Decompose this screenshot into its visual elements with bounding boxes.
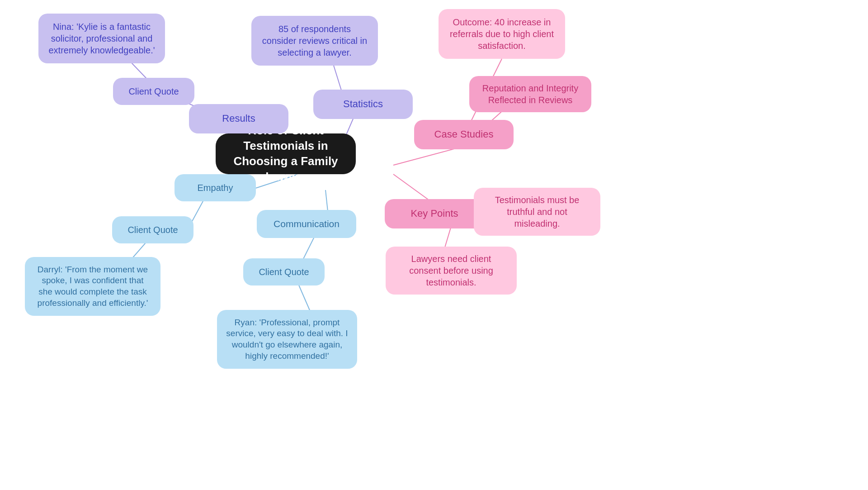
communication-node: Communication	[257, 210, 356, 238]
center-node: Role of Client Testimonials in Choosing …	[216, 133, 356, 174]
stats-quote-node: 85 of respondents consider reviews criti…	[251, 16, 378, 66]
svg-line-2	[393, 147, 461, 165]
empathy-node: Empathy	[175, 174, 256, 201]
outcome-quote-node: Outcome: 40 increase in referrals due to…	[439, 9, 565, 59]
client-quote-3-node: Client Quote	[243, 258, 325, 285]
darryl-quote-node: Darryl: 'From the moment we spoke, I was…	[25, 257, 160, 316]
client-quote-2-node: Client Quote	[112, 216, 193, 243]
results-node: Results	[189, 104, 288, 133]
reputation-node: Reputation and Integrity Reflected in Re…	[469, 76, 591, 112]
ryan-quote-node: Ryan: 'Professional, prompt service, ver…	[217, 310, 357, 369]
case-studies-node: Case Studies	[414, 120, 514, 149]
key-points-node: Key Points	[385, 199, 484, 228]
statistics-node: Statistics	[313, 90, 413, 119]
consent-node: Lawyers need client consent before using…	[386, 247, 517, 295]
nina-quote-node: Nina: 'Kylie is a fantastic solicitor, p…	[38, 14, 165, 63]
testimonials-node: Testimonials must be truthful and not mi…	[474, 188, 600, 236]
client-quote-1-node: Client Quote	[113, 78, 194, 105]
